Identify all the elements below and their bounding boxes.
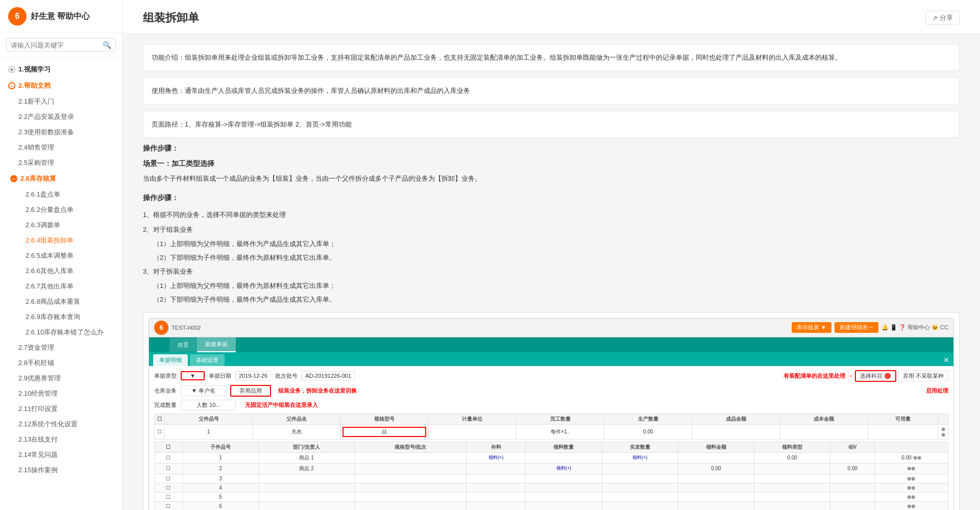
sidebar-item-transfer[interactable]: 2.6.3调拨单	[0, 217, 122, 233]
step-3-sub1: （1）上部明细为父件明细，最终作为原材料生成其它出库单；	[143, 280, 960, 293]
btn-select-subject[interactable]: 选择科目 🔴	[855, 370, 896, 382]
expand-icon-2: −	[8, 82, 15, 89]
subtab-detail[interactable]: 单据明细	[153, 354, 188, 366]
sidebar-item-case[interactable]: 2.15操作案例	[0, 463, 122, 478]
cell-ops: ⊕ ⊗	[938, 424, 948, 439]
sidebar-item-stocktake[interactable]: 2.6.1盘点单	[0, 187, 122, 202]
input-doc-type[interactable]: ▼	[181, 371, 205, 380]
th-c-check: ☐	[155, 442, 183, 452]
th-c-amt: 领料金额	[678, 442, 754, 452]
sidebar-item-docs[interactable]: − 2.帮助文档	[0, 78, 122, 94]
scenario1-desc: 当由多个子件材料组装成一个成品的业务为【组装】业务，当由一个父件拆分成多个子产品…	[143, 173, 960, 185]
label-batch: 批次批号	[275, 372, 298, 380]
sidebar-item-video[interactable]: + 1.视频学习	[0, 61, 122, 78]
th-c-dept: 部门/负责人	[259, 442, 355, 452]
sidebar-item-payment[interactable]: 2.13在线支付	[0, 432, 122, 447]
search-input[interactable]	[11, 41, 103, 49]
cell-prod-qty: 0.00	[604, 424, 692, 439]
sidebar-item-finance[interactable]: 2.7资金管理	[0, 340, 122, 355]
sidebar-item-faq[interactable]: 2.14常见问题	[0, 447, 122, 463]
sidebar-item-print[interactable]: 2.11打印设置	[0, 401, 122, 417]
sidebar-item-cost-adjust[interactable]: 2.6.5成本调整单	[0, 248, 122, 263]
th-cost-amt: 成本金额	[780, 414, 868, 424]
th-c-type: 领料类型	[754, 442, 830, 452]
child-row-4: ☐4⊕⊗	[155, 483, 948, 492]
close-btn[interactable]: ✕	[943, 356, 949, 364]
sidebar-item-newbie[interactable]: 2.1新手入门	[0, 94, 122, 109]
sidebar-item-ops[interactable]: 2.10经营管理	[0, 386, 122, 401]
child-row-3: ☐3⊕⊗	[155, 474, 948, 483]
sidebar-item-install[interactable]: 2.2产品安装及登录	[0, 109, 122, 125]
cell-cost-amt	[780, 424, 868, 439]
ops-title: 操作步骤：	[143, 144, 960, 153]
input-batch[interactable]: AD-20191226-001	[302, 371, 355, 380]
label-qty: 完成数量	[154, 401, 177, 409]
subtab-basic[interactable]: 基础设置	[190, 354, 225, 366]
ops-steps-block: 操作步骤： 场景一：加工类型选择 当由多个子件材料组装成一个成品的业务为【组装】…	[143, 144, 960, 306]
app-id: TEST-H002	[172, 325, 201, 331]
input-type-highlight[interactable]: 弃用品用	[230, 385, 271, 397]
btn-inventory[interactable]: 库存核算 ▼	[792, 322, 831, 333]
btn-new-detail[interactable]: 新建明细表一	[835, 322, 878, 333]
th-spec: 规格型号	[340, 414, 428, 424]
tab-new-doc[interactable]: 新建单据	[197, 337, 236, 352]
child-row-2: ☐2商品 2领料(+)0.000.00⊕⊗	[155, 463, 948, 474]
label-warehouse: 仓库业务	[154, 387, 177, 395]
form-area: 单据类型 ▼ 单据日期 2019-12-26 批次批号 AD-20191226-…	[149, 366, 953, 510]
sidebar-item-partial-stock[interactable]: 2.6.2分量盘点单	[0, 202, 122, 217]
sidebar-item-purchase[interactable]: 2.5采购管理	[0, 155, 122, 171]
th-product-amt: 成品金额	[692, 414, 780, 424]
step-3-sub2: （2）下部明细为子件明细，最终作为产成品生成其它入库单。	[143, 294, 960, 306]
th-complete-qty: 完工数量	[516, 414, 604, 424]
step-2-sub2: （2）下部明细为子件明细，最终作为原材料生成其它出库单。	[143, 252, 960, 264]
cell-avail-qty	[868, 424, 938, 439]
btn-abandon[interactable]: 弃用 不采取某种	[898, 371, 948, 381]
child-row-5: ☐5⊕⊗	[155, 492, 948, 501]
logo-area: 6 好生意 帮助中心	[0, 0, 122, 33]
sidebar-item-sales[interactable]: 2.4销售管理	[0, 140, 122, 155]
sidebar-item-mobile[interactable]: 2.8手机旺铺	[0, 355, 122, 371]
input-date[interactable]: 2019-12-26	[235, 371, 271, 380]
th-c-extra: 动V	[830, 442, 875, 452]
th-available-qty: 可用量	[868, 414, 938, 424]
sidebar-item-inventory[interactable]: − 2.6库存核算	[0, 171, 122, 187]
expand-icon-1: +	[8, 66, 15, 73]
top-icons: 🔔 📱 ❓ 帮助中心 🐱 CC	[881, 324, 948, 331]
th-parent-id: 父件品号	[165, 414, 253, 424]
sidebar-item-inventory-ledger[interactable]: 2.6.9库存账本查询	[0, 309, 122, 325]
sidebar-item-other-inbound[interactable]: 2.6.6其他入库单	[0, 263, 122, 279]
search-icon[interactable]: 🔍	[103, 41, 111, 49]
share-icon: ↗	[932, 14, 938, 22]
annotation-enable: 启用处理	[926, 387, 948, 395]
th-check: ☐	[155, 414, 165, 424]
input-qty[interactable]: 人数 10...	[181, 400, 236, 410]
child-row-1: ☐1商品 1领料(+)领料(+)0.000.00 ⊕⊗	[155, 452, 948, 463]
sidebar-item-inventory-fix[interactable]: 2.6.10库存账本错了怎么办	[0, 325, 122, 340]
annotation-switch: 组装业务，拆卸业务在这里切换	[278, 387, 357, 395]
sidebar-item-other-outbound[interactable]: 2.6.7其他出库单	[0, 279, 122, 294]
input-warehouse[interactable]: ▼ 单户名	[181, 385, 226, 396]
sidebar-item-coupon[interactable]: 2.9优惠券管理	[0, 371, 122, 386]
content-body: 功能介绍：组装拆卸单用来处理企业组装或拆卸等加工业务，支持有固定装配清单的产品加…	[122, 34, 980, 510]
th-prod-qty: 生产数量	[604, 414, 692, 424]
tab-self[interactable]: 自贡	[169, 338, 197, 352]
label-doc-type: 单据类型	[154, 372, 177, 380]
cell-complete-qty: 每件×1..	[516, 424, 604, 439]
intro-text-2: 使用角色：通常由生产人员或库管人员完成拆装业务的操作，库管人员确认原材料的出库和…	[152, 87, 470, 94]
search-box[interactable]: 🔍	[6, 38, 116, 52]
intro-text-3: 页面路径：1、库存核算->库存管理->组装拆卸单 2、首页->常用功能	[152, 120, 352, 128]
step-3: 3、对于拆装业务	[143, 265, 960, 278]
expand-icon-inv: −	[10, 175, 17, 182]
parent-table-container: ☐ 父件品号 父件品名 规格型号 计量单位 完工数量 生产数量 成品金额 成本金…	[154, 414, 948, 440]
sidebar-item-personalize[interactable]: 2.12系统个性化设置	[0, 417, 122, 432]
intro-block-1: 功能介绍：组装拆卸单用来处理企业组装或拆卸等加工业务，支持有固定装配清单的产品加…	[143, 44, 960, 71]
sidebar-item-data-prep[interactable]: 2.3使用前数据准备	[0, 125, 122, 140]
share-button[interactable]: ↗ 分享	[925, 11, 960, 25]
th-c-planned: 领料数量	[526, 442, 602, 452]
cell-parent-input[interactable]: 品	[340, 424, 428, 439]
table-row: ☐ 1 关杰 品 每件×1.. 0.00	[155, 424, 948, 439]
parent-table: ☐ 父件品号 父件品名 规格型号 计量单位 完工数量 生产数量 成品金额 成本金…	[154, 414, 948, 440]
th-op	[938, 414, 948, 424]
sidebar-item-assembly[interactable]: 2.6.4组装拆卸单	[0, 233, 122, 248]
sidebar-item-cost-recalc[interactable]: 2.6.8商品成本重算	[0, 294, 122, 309]
